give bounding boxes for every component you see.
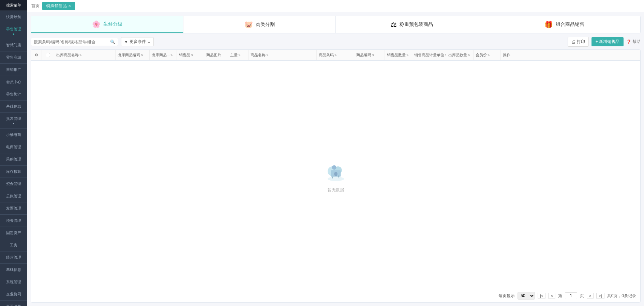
print-label: 打印 — [577, 39, 585, 45]
tab-combo-sale[interactable]: 🎁 组合商品销售 — [488, 16, 640, 33]
tab-cards: 🌸 生鲜分级 🐷 肉类分割 ⚖ 称重预包装商品 🎁 组合商品销售 — [31, 16, 641, 33]
sidebar-item-corp[interactable]: 企业协同 — [0, 288, 27, 301]
empty-state-icon — [322, 157, 349, 184]
sidebar-item-tax[interactable]: 税务管理 — [0, 215, 27, 227]
sort-icon[interactable]: ⇅ — [266, 53, 269, 57]
sort-icon[interactable]: ⇅ — [406, 53, 409, 57]
sidebar-item-marketing[interactable]: 营销推广 — [0, 64, 27, 76]
sidebar-item-finance[interactable]: 资金管理 — [0, 178, 27, 190]
add-label: + 新增销售品 — [596, 39, 619, 45]
th-barcode-label: 商品条码 — [319, 52, 334, 58]
sidebar-item-label: 资金管理 — [6, 182, 21, 186]
sidebar-item-invoice[interactable]: 发票管理 — [0, 202, 27, 215]
sidebar-item-ops[interactable]: 经营管理 — [0, 251, 27, 264]
sort-icon[interactable]: ⇅ — [238, 53, 241, 57]
sidebar-item-smart-store[interactable]: 智慧门店 — [0, 39, 27, 51]
help-button[interactable]: ❓ 帮助 — [626, 39, 641, 45]
sidebar-item-label: 营销推广 — [6, 67, 21, 72]
sort-icon[interactable]: ⇅ — [334, 53, 337, 57]
active-tab[interactable]: 特殊销售品 ✕ — [42, 2, 75, 10]
first-page-button[interactable]: |< — [538, 293, 545, 299]
per-page-label: 每页显示 — [498, 293, 515, 299]
th-op-label: 操作 — [503, 52, 510, 58]
empty-state: 暂无数据 — [31, 61, 640, 289]
sidebar-item-label: 库存核算 — [6, 169, 21, 173]
tab-meat-cut[interactable]: 🐷 肉类分割 — [183, 16, 336, 33]
chevron-down-icon: ▲ — [12, 32, 15, 35]
sidebar-item-new-guide[interactable]: 新手引导 — [0, 301, 27, 306]
page-number-input[interactable] — [565, 292, 577, 299]
sidebar-item-retail-stats[interactable]: 零售统计 — [0, 88, 27, 101]
th-goods-code-label: 商品编码 — [356, 52, 371, 58]
th-out-code2-label: 出库商品... — [152, 52, 170, 58]
chevron-down-icon: ▼ — [12, 122, 15, 125]
sort-icon[interactable]: ⇅ — [468, 53, 470, 57]
sidebar-logo[interactable]: 搜索菜单 — [0, 0, 27, 11]
svg-point-4 — [332, 165, 336, 170]
sidebar-item-mini-ecom[interactable]: 小畅电商 — [0, 129, 27, 141]
weigh-pack-icon: ⚖ — [391, 20, 397, 29]
sidebar-item-ledger[interactable]: 总账管理 — [0, 190, 27, 202]
sidebar-item-label: 小畅电商 — [6, 133, 21, 137]
sidebar-item-inventory[interactable]: 库存核算 — [0, 166, 27, 178]
sort-icon[interactable]: ⇅ — [170, 53, 173, 57]
sidebar-item-retail-mall[interactable]: 零售商城 — [0, 51, 27, 64]
close-tab-icon[interactable]: ✕ — [68, 4, 71, 8]
sidebar-item-label: 企业协同 — [6, 292, 21, 296]
prev-page-button[interactable]: < — [548, 293, 555, 299]
print-button[interactable]: 🖨 打印 — [568, 37, 589, 47]
table-scroll[interactable]: ⚙ 出库商品名称 ⇅ 出库商品编码 ⇅ — [31, 50, 640, 289]
sidebar-item-purchase[interactable]: 采购管理 — [0, 153, 27, 166]
sidebar-item-label: 会员中心 — [6, 80, 21, 84]
sidebar-item-hr[interactable]: 工资 — [0, 239, 27, 251]
sidebar-item-quick-nav[interactable]: 快捷导航 — [0, 11, 27, 23]
total-label: 共0页，0条记录 — [607, 293, 636, 299]
topbar: 首页 特殊销售品 ✕ — [27, 0, 644, 12]
th-settings[interactable]: ⚙ — [31, 50, 42, 60]
sort-icon[interactable]: ⇅ — [372, 53, 374, 57]
th-sale-qty: 销售品数量 ⇅ — [385, 50, 412, 60]
sidebar-item-fixed-assets[interactable]: 固定资产 — [0, 227, 27, 239]
sidebar-item-basic-info[interactable]: 基础信息 — [0, 101, 27, 113]
page-label-before: 第 — [558, 293, 562, 299]
sidebar-item-label: 批发管理 — [6, 116, 21, 121]
sidebar-item-label: 基础信息 — [6, 104, 21, 108]
active-tab-label: 特殊销售品 — [46, 3, 67, 9]
sidebar-item-wholesale[interactable]: 批发管理 ▼ — [0, 113, 27, 129]
sidebar-item-label: 零售商城 — [6, 55, 21, 59]
th-img: 商品图片 — [204, 50, 228, 60]
filter-label: 更多条件 — [130, 39, 146, 45]
sidebar-item-label: 零售统计 — [6, 92, 21, 96]
page-label-after: 页 — [580, 293, 584, 299]
th-img-label: 商品图片 — [206, 52, 221, 58]
sidebar-item-member[interactable]: 会员中心 — [0, 76, 27, 88]
sort-icon[interactable]: ⇅ — [141, 53, 143, 57]
sort-icon[interactable]: ⇅ — [191, 53, 193, 57]
sort-icon[interactable]: ⇅ — [79, 53, 82, 57]
filter-button[interactable]: ▼ 更多条件 ⌄ — [121, 37, 154, 46]
last-page-button[interactable]: >| — [596, 293, 604, 299]
search-box[interactable]: 🔍 — [31, 38, 118, 46]
sidebar-item-ecom-mgmt[interactable]: 电商管理 — [0, 141, 27, 153]
sidebar-item-sys-mgmt[interactable]: 系统管理 — [0, 276, 27, 288]
select-all-checkbox[interactable] — [46, 53, 50, 57]
sort-icon[interactable]: ⇅ — [488, 53, 490, 57]
th-out-code2: 出库商品... ⇅ — [150, 50, 177, 60]
sidebar-item-label: 经营管理 — [6, 255, 21, 259]
per-page-select[interactable]: 50 10 20 100 — [518, 292, 535, 300]
sidebar-item-basic-info2[interactable]: 基础信息 — [0, 264, 27, 276]
filter-chevron-icon: ⌄ — [147, 40, 151, 44]
next-page-button[interactable]: > — [587, 293, 594, 299]
sidebar-item-label: 电商管理 — [6, 145, 21, 149]
sidebar-item-retail-mgmt[interactable]: 零售管理 ▲ — [0, 23, 27, 39]
sidebar-item-label: 新手引导 — [6, 304, 21, 306]
add-button[interactable]: + 新增销售品 — [591, 37, 624, 46]
print-icon: 🖨 — [571, 40, 575, 44]
search-input[interactable] — [34, 40, 109, 44]
help-icon: ❓ — [626, 40, 631, 44]
th-checkbox[interactable] — [42, 50, 54, 60]
th-operation: 操作 — [501, 50, 640, 60]
tab-fresh-grade[interactable]: 🌸 生鲜分级 — [31, 16, 183, 33]
home-breadcrumb[interactable]: 首页 — [31, 3, 40, 9]
tab-weigh-pack[interactable]: ⚖ 称重预包装商品 — [336, 16, 488, 33]
